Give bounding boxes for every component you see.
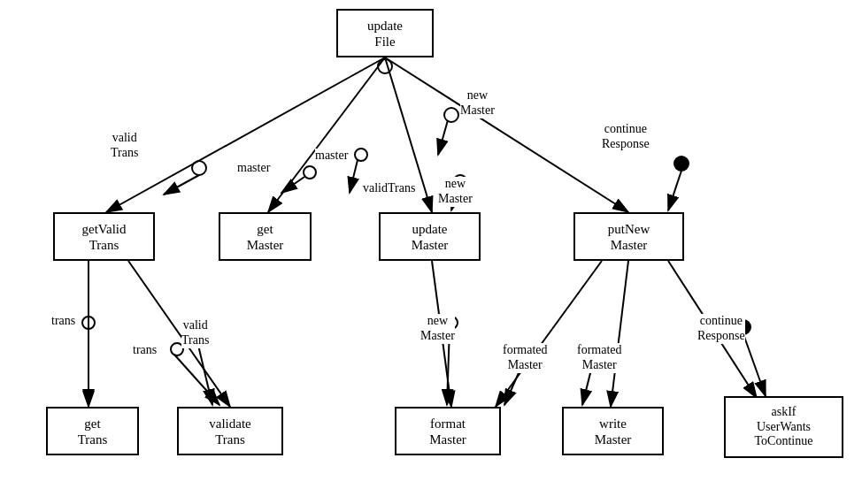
node-writeMaster: writeMaster [562,407,664,455]
svg-point-23 [674,157,689,171]
node-formatMaster: formatMaster [395,407,501,455]
node-getMaster: getMaster [219,212,312,261]
svg-line-11 [496,261,602,407]
svg-line-18 [350,160,358,193]
label-newMaster-top: newMaster [460,88,495,118]
label-continueResponse-top: continueResponse [602,122,650,152]
svg-point-13 [192,161,206,175]
node-getValidTrans: getValidTrans [53,212,155,261]
svg-point-15 [304,166,316,179]
label-trans-left: trans [51,314,75,329]
svg-point-19 [444,108,458,122]
svg-point-25 [82,317,95,329]
label-master-left: master [237,161,270,176]
label-trans-right: trans [133,343,157,358]
svg-line-5 [385,57,628,212]
svg-line-9 [611,261,628,407]
label-continueResponse-lower: continueResponse [697,314,745,344]
svg-line-20 [438,120,448,155]
node-getTrans: getTrans [46,407,139,455]
svg-point-17 [355,149,367,161]
label-newMaster2: newMaster [438,177,473,207]
svg-line-28 [174,355,219,405]
svg-line-16 [281,177,304,193]
node-askIfUserWants: askIfUserWantsToContinue [724,396,843,458]
svg-line-38 [743,334,766,396]
label-master-right: master [315,149,348,164]
label-validTrans: validTrans [111,131,138,161]
label-formatedMaster-left: formatedMaster [503,343,548,373]
label-newMaster-lower: newMaster [420,314,455,344]
diagram: updateFile getValidTrans getMaster updat… [0,0,862,504]
label-validTrans3: validTrans [181,318,209,348]
svg-line-2 [106,57,385,212]
node-putNewMaster: putNewMaster [573,212,684,261]
svg-line-14 [164,175,199,195]
node-validateTrans: validateTrans [177,407,283,455]
node-updateMaster: updateMaster [379,212,481,261]
svg-point-12 [378,59,392,73]
svg-line-24 [668,171,681,210]
svg-line-7 [128,261,230,407]
label-formatedMaster-right: formatedMaster [577,343,622,373]
node-updateFile: updateFile [336,9,434,57]
label-validTrans2: validTrans [363,181,415,196]
